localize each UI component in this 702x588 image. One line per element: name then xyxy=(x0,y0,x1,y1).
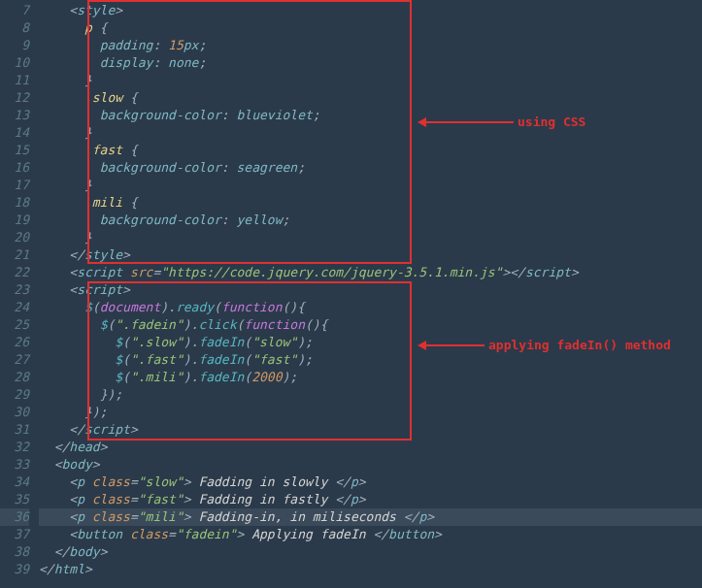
code-line[interactable]: $(".slow").fadeIn("slow"); xyxy=(39,334,702,351)
line-number: 10 xyxy=(0,54,29,72)
line-number: 9 xyxy=(0,37,29,54)
line-number: 34 xyxy=(0,474,29,491)
code-area[interactable]: using CSS applying fadeIn() method <styl… xyxy=(39,0,702,588)
code-line[interactable]: <p class="mili"> Fadding-in, in miliseco… xyxy=(39,508,702,526)
code-line[interactable]: <p class="fast"> Fadding in fastly </p> xyxy=(39,491,702,508)
code-line[interactable]: background-color: blueviolet; xyxy=(39,107,702,124)
line-number: 18 xyxy=(0,194,29,212)
line-number: 35 xyxy=(0,491,29,508)
code-line[interactable]: } xyxy=(39,72,702,89)
code-line[interactable]: <p class="slow"> Fadding in slowly </p> xyxy=(39,474,702,491)
line-number: 20 xyxy=(0,229,29,246)
line-number: 17 xyxy=(0,177,29,194)
line-number: 19 xyxy=(0,212,29,229)
line-number: 33 xyxy=(0,456,29,474)
code-line[interactable]: } xyxy=(39,124,702,142)
line-number: 11 xyxy=(0,72,29,89)
code-line[interactable]: padding: 15px; xyxy=(39,37,702,54)
line-number: 29 xyxy=(0,386,29,404)
line-number: 24 xyxy=(0,299,29,316)
line-number: 21 xyxy=(0,246,29,264)
line-number: 12 xyxy=(0,89,29,107)
code-line[interactable]: } xyxy=(39,229,702,246)
code-line[interactable]: </script> xyxy=(39,421,702,439)
code-line[interactable]: .mili { xyxy=(39,194,702,212)
line-number: 25 xyxy=(0,316,29,334)
code-line[interactable]: p { xyxy=(39,19,702,37)
line-number: 32 xyxy=(0,439,29,456)
line-number: 36 xyxy=(0,508,29,526)
line-number: 30 xyxy=(0,404,29,421)
code-line[interactable]: </head> xyxy=(39,439,702,456)
code-line[interactable]: $(".mili").fadeIn(2000); xyxy=(39,369,702,386)
line-number: 28 xyxy=(0,369,29,386)
code-line[interactable]: $(document).ready(function(){ xyxy=(39,299,702,316)
code-line[interactable]: <style> xyxy=(39,2,702,19)
code-line[interactable]: }); xyxy=(39,386,702,404)
line-number: 37 xyxy=(0,526,29,543)
code-line[interactable]: <button class="fadein"> Applying fadeIn … xyxy=(39,526,702,543)
code-line[interactable]: background-color: seagreen; xyxy=(39,159,702,177)
code-line[interactable]: $(".fadein").click(function(){ xyxy=(39,316,702,334)
code-line[interactable]: </body> xyxy=(39,543,702,561)
line-number: 15 xyxy=(0,142,29,159)
line-number: 8 xyxy=(0,19,29,37)
line-number: 16 xyxy=(0,159,29,177)
line-number: 14 xyxy=(0,124,29,142)
line-number: 31 xyxy=(0,421,29,439)
line-number: 26 xyxy=(0,334,29,351)
line-number: 27 xyxy=(0,351,29,369)
line-number: 7 xyxy=(0,2,29,19)
code-line[interactable]: } xyxy=(39,177,702,194)
code-line[interactable]: }); xyxy=(39,404,702,421)
code-editor[interactable]: 7891011121314151617181920212223242526272… xyxy=(0,0,702,588)
code-line[interactable]: background-color: yellow; xyxy=(39,212,702,229)
line-number: 23 xyxy=(0,281,29,299)
code-line[interactable]: <body> xyxy=(39,456,702,474)
code-line[interactable]: .slow { xyxy=(39,89,702,107)
code-line[interactable]: display: none; xyxy=(39,54,702,72)
line-number: 39 xyxy=(0,561,29,578)
code-line[interactable]: .fast { xyxy=(39,142,702,159)
line-number: 22 xyxy=(0,264,29,281)
code-line[interactable]: <script> xyxy=(39,281,702,299)
code-line[interactable]: </style> xyxy=(39,246,702,264)
code-line[interactable]: <script src="https://code.jquery.com/jqu… xyxy=(39,264,702,281)
code-line[interactable]: $(".fast").fadeIn("fast"); xyxy=(39,351,702,369)
line-number: 13 xyxy=(0,107,29,124)
line-number: 38 xyxy=(0,543,29,561)
code-line[interactable]: </html> xyxy=(39,561,702,578)
line-number-gutter: 7891011121314151617181920212223242526272… xyxy=(0,0,39,588)
